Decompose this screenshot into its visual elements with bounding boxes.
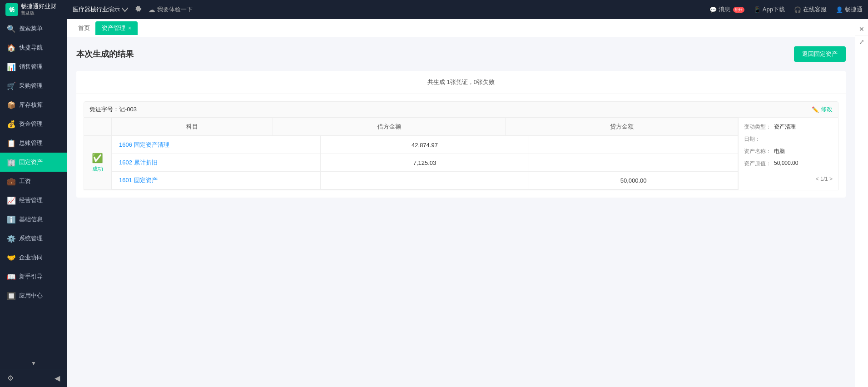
table-header: 科目 借方金额 贷方金额 bbox=[112, 118, 738, 136]
tab-bar: 首页 资产管理 × bbox=[67, 19, 855, 37]
sidebar-label-inventory: 库存核算 bbox=[19, 101, 43, 109]
sales-icon: 📊 bbox=[7, 63, 15, 71]
sidebar-bottom: ⚙ ◀ bbox=[0, 369, 67, 387]
voucher-number: 凭证字号：记-003 bbox=[89, 105, 137, 114]
status-column bbox=[84, 118, 111, 136]
messages-button[interactable]: 💬 消息 99 bbox=[709, 5, 744, 14]
asset-name-value: 电脑 bbox=[774, 148, 785, 155]
sidebar-item-ledger[interactable]: 📋 总账管理 bbox=[0, 134, 67, 153]
messages-label: 消息 bbox=[719, 5, 730, 14]
inventory-icon: 📦 bbox=[7, 101, 15, 109]
logo-sub: 普及版 bbox=[21, 10, 56, 16]
sidebar-label-fixed-assets: 固定资产 bbox=[19, 158, 43, 166]
operations-icon: 📈 bbox=[7, 196, 15, 204]
ledger-icon: 📋 bbox=[7, 139, 15, 147]
top-bar-center: 医疗器械行业演示 ☁ 我要体验一下 bbox=[73, 3, 709, 16]
app-center-icon: 🔲 bbox=[7, 292, 15, 300]
asset-name-row: 资产名称： 电脑 bbox=[744, 148, 833, 155]
result-panel: 共生成 1张凭证，0张失败 凭证字号：记-003 ✏️ 修改 bbox=[76, 71, 846, 198]
success-checkmark-icon: ✅ bbox=[92, 153, 103, 164]
close-panel-button[interactable]: ✕ bbox=[855, 23, 868, 35]
voucher-table: 科目 借方金额 贷方金额 bbox=[111, 118, 738, 136]
date-row: 日期： bbox=[744, 135, 833, 143]
table-row: ✅ 成功 1606 固定资产清理 42,874.97 bbox=[84, 136, 738, 190]
asset-original-value-row: 资产原值： 50,000.00 bbox=[744, 160, 833, 168]
table-row-1: 1606 固定资产清理 42,874.97 bbox=[112, 136, 738, 154]
table-row-2: 1602 累计折旧 7,125.03 bbox=[112, 154, 738, 172]
tab-close-icon[interactable]: × bbox=[128, 25, 131, 31]
app-download-button[interactable]: 📱 App下载 bbox=[754, 5, 785, 14]
credit-2 bbox=[529, 154, 738, 172]
edit-icon: ✏️ bbox=[812, 106, 819, 113]
top-bar: 畅 畅捷通好业财 普及版 医疗器械行业演示 ☁ 我要体验一下 💬 消息 99 📱… bbox=[0, 0, 868, 19]
table-with-status: 科目 借方金额 贷方金额 bbox=[84, 118, 738, 136]
pagination[interactable]: < 1/1 > bbox=[744, 172, 833, 182]
sidebar-label-system: 系统管理 bbox=[19, 234, 43, 243]
return-button[interactable]: 返回固定资产 bbox=[794, 46, 846, 62]
sidebar-label-basic-info: 基础信息 bbox=[19, 215, 43, 223]
company-selector[interactable]: 医疗器械行业演示 bbox=[73, 5, 128, 14]
user-button[interactable]: 👤 畅捷通 bbox=[836, 5, 863, 14]
user-label: 畅捷通 bbox=[845, 5, 863, 14]
subject-3[interactable]: 1601 固定资产 bbox=[112, 172, 321, 189]
asset-original-value-value: 50,000.00 bbox=[774, 160, 798, 166]
guide-icon: 📖 bbox=[7, 273, 15, 281]
purchase-icon: 🛒 bbox=[7, 82, 15, 90]
edit-link[interactable]: ✏️ 修改 bbox=[812, 105, 833, 114]
credit-1 bbox=[529, 136, 738, 154]
logo-icon: 畅 bbox=[5, 3, 18, 16]
sidebar-label-enterprise: 企业协同 bbox=[19, 253, 43, 262]
change-type-value: 资产清理 bbox=[774, 123, 796, 131]
tab-active-label: 资产管理 bbox=[102, 24, 125, 32]
sidebar-item-inventory[interactable]: 📦 库存核算 bbox=[0, 95, 67, 114]
asset-name-label: 资产名称： bbox=[744, 148, 771, 155]
sidebar-label-purchase: 采购管理 bbox=[19, 82, 43, 90]
subject-1[interactable]: 1606 固定资产清理 bbox=[112, 136, 321, 154]
online-service-button[interactable]: 🎧 在线客服 bbox=[794, 5, 827, 14]
expand-panel-button[interactable]: ⤢ bbox=[855, 35, 868, 48]
sidebar-item-shortcut[interactable]: 🏠 快捷导航 bbox=[0, 38, 67, 57]
page-header: 本次生成的结果 返回固定资产 bbox=[76, 46, 846, 62]
tab-asset-management[interactable]: 资产管理 × bbox=[95, 21, 138, 35]
sidebar-item-funds[interactable]: 💰 资金管理 bbox=[0, 114, 67, 134]
sidebar-item-enterprise[interactable]: 🤝 企业协同 bbox=[0, 248, 67, 267]
page-content: 本次生成的结果 返回固定资产 共生成 1张凭证，0张失败 凭证字号：记-003 … bbox=[67, 37, 855, 387]
sidebar: 🔍 搜索菜单 🏠 快捷导航 📊 销售管理 🛒 采购管理 📦 库存核算 💰 bbox=[0, 19, 67, 387]
change-type-label: 变动类型： bbox=[744, 123, 771, 131]
collapse-icon[interactable]: ◀ bbox=[55, 374, 60, 382]
sidebar-item-purchase[interactable]: 🛒 采购管理 bbox=[0, 76, 67, 95]
table-row-3: 1601 固定资产 50,000.00 bbox=[112, 172, 738, 189]
sidebar-item-basic-info[interactable]: ℹ️ 基础信息 bbox=[0, 210, 67, 229]
sidebar-scroll-arrow[interactable]: ▼ bbox=[0, 358, 67, 369]
voucher-section: 凭证字号：记-003 ✏️ 修改 bbox=[76, 94, 846, 198]
success-text: 成功 bbox=[92, 165, 103, 173]
sidebar-item-operations[interactable]: 📈 经营管理 bbox=[0, 191, 67, 210]
change-type-row: 变动类型： 资产清理 bbox=[744, 123, 833, 131]
debit-1: 42,874.97 bbox=[320, 136, 529, 154]
sidebar-item-guide[interactable]: 📖 新手引导 bbox=[0, 267, 67, 286]
sidebar-item-system[interactable]: ⚙️ 系统管理 bbox=[0, 229, 67, 248]
sidebar-item-app-center[interactable]: 🔲 应用中心 bbox=[0, 286, 67, 305]
experience-button[interactable]: ☁ 我要体验一下 bbox=[148, 5, 193, 14]
gear-button[interactable] bbox=[132, 3, 144, 16]
settings-icon[interactable]: ⚙ bbox=[7, 374, 14, 382]
app-download-label: App下载 bbox=[763, 5, 785, 14]
sidebar-item-search[interactable]: 🔍 搜索菜单 bbox=[0, 19, 67, 38]
online-service-label: 在线客服 bbox=[803, 5, 827, 14]
sidebar-item-sales[interactable]: 📊 销售管理 bbox=[0, 57, 67, 76]
tab-home[interactable]: 首页 bbox=[74, 24, 94, 32]
main-layout: 🔍 搜索菜单 🏠 快捷导航 📊 销售管理 🛒 采购管理 📦 库存核算 💰 bbox=[0, 19, 868, 387]
sidebar-item-fixed-assets[interactable]: 🏢 固定资产 bbox=[0, 153, 67, 172]
system-icon: ⚙️ bbox=[7, 234, 15, 243]
chevron-down-icon bbox=[122, 6, 128, 13]
enterprise-icon: 🤝 bbox=[7, 253, 15, 262]
sidebar-label-ledger: 总账管理 bbox=[19, 139, 43, 147]
messages-badge: 99 bbox=[733, 7, 744, 13]
subject-2[interactable]: 1602 累计折旧 bbox=[112, 154, 321, 172]
content-area: 首页 资产管理 × 本次生成的结果 返回固定资产 共生成 1张凭证，0张失败 凭… bbox=[67, 19, 855, 387]
gear-icon bbox=[134, 5, 142, 14]
logo-text: 畅捷通好业财 bbox=[21, 3, 56, 10]
sidebar-item-salary[interactable]: 💼 工资 bbox=[0, 172, 67, 191]
side-info-panel: 变动类型： 资产清理 日期： 资产名称： 电脑 bbox=[738, 118, 838, 190]
sidebar-label-shortcut: 快捷导航 bbox=[19, 44, 43, 52]
